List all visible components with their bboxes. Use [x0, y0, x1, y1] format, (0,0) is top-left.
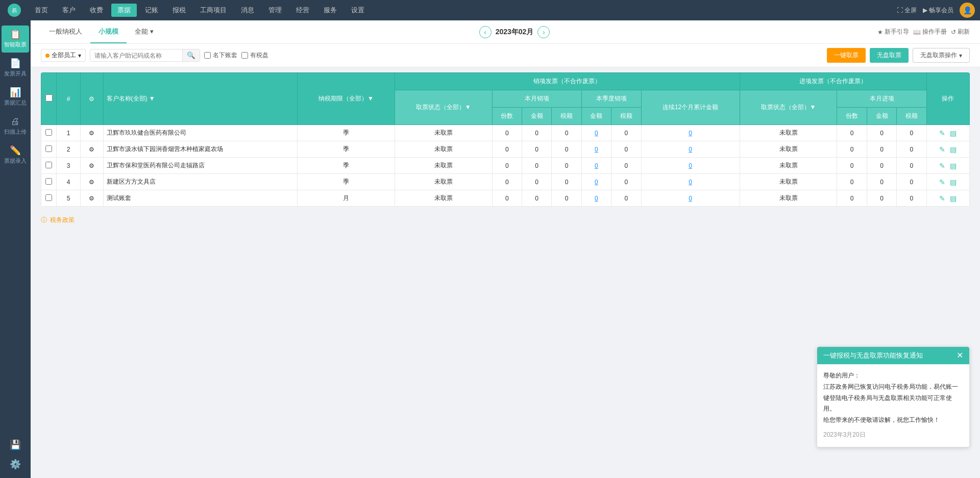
- row-checkbox[interactable]: [45, 162, 52, 168]
- sidebar-icon: ✏️: [10, 146, 21, 155]
- nav-item-首页[interactable]: 首页: [29, 4, 54, 17]
- refresh-btn[interactable]: ↺ 刷新: [951, 28, 970, 36]
- row-purchase-month-amount: 0: [867, 158, 896, 174]
- search-box: 🔍: [90, 49, 200, 62]
- tax-policy-link[interactable]: 税务政策: [50, 216, 75, 224]
- tax-policy-footer[interactable]: ⓘ 税务政策: [31, 212, 980, 229]
- view-icon[interactable]: ▤: [950, 162, 957, 170]
- sidebar-item-发票开具[interactable]: 📄发票开具: [2, 55, 29, 82]
- view-icon[interactable]: ▤: [950, 129, 957, 137]
- nav-item-记账[interactable]: 记账: [139, 4, 164, 17]
- table-row: 1 ⚙ 卫辉市玖玖健合医药有限公司 季 未取票 0 0 0 0 0 0 未取票 …: [41, 125, 970, 141]
- period-next-btn[interactable]: ›: [537, 26, 550, 38]
- row-purchase-month-tax: 0: [897, 141, 926, 158]
- notification-body: 尊敬的用户： 江苏政务网已恢复访问电子税务局功能，易代账一键登陆电子税务局与无盘…: [817, 364, 969, 447]
- guide-btn[interactable]: ★ 新手引导: [877, 28, 909, 36]
- sidebar-bottom-item[interactable]: ⚙️: [2, 456, 29, 473]
- purchase-month-count-header: 份数: [837, 108, 867, 125]
- edit-icon[interactable]: ✎: [939, 129, 945, 137]
- filter-my-accounts[interactable]: 名下账套: [204, 51, 237, 60]
- nav-item-收费[interactable]: 收费: [84, 4, 109, 17]
- period-prev-btn[interactable]: ‹: [479, 26, 492, 38]
- filter-my-accounts-checkbox[interactable]: [204, 52, 211, 59]
- notification-text: 江苏政务网已恢复访问电子税务局功能，易代账一键登陆电子税务局与无盘取票相关功能可…: [823, 382, 963, 415]
- top-nav-right: ⛶ 全屏 ▶ 畅享会员 👤: [897, 3, 975, 18]
- row-checkbox[interactable]: [45, 178, 52, 185]
- row-actions: ✎ ▤: [926, 141, 969, 158]
- sidebar-item-票据汇总[interactable]: 📊票据汇总: [2, 84, 29, 111]
- nav-item-票据[interactable]: 票据: [111, 4, 137, 17]
- user-avatar[interactable]: 👤: [960, 3, 975, 18]
- col-client-header[interactable]: 客户名称(全部) ▼: [103, 73, 297, 125]
- nav-item-工商项目[interactable]: 工商项目: [194, 4, 233, 17]
- manual-btn[interactable]: 📖 操作手册: [913, 28, 947, 36]
- row-checkbox[interactable]: [45, 129, 52, 136]
- row-checkbox-cell: [41, 158, 57, 174]
- row-purchase-month-amount: 0: [867, 141, 896, 158]
- search-button[interactable]: 🔍: [182, 49, 200, 61]
- tab-all[interactable]: 全能 ▾: [127, 21, 162, 43]
- edit-icon[interactable]: ✎: [939, 178, 945, 186]
- sidebar-item-智能取票[interactable]: 📋智能取票: [2, 26, 29, 53]
- nav-item-报税[interactable]: 报税: [166, 4, 192, 17]
- table-row: 4 ⚙ 新建区方方文具店 季 未取票 0 0 0 0 0 0 未取票 0 0 0…: [41, 174, 970, 190]
- col-purchase-status-header[interactable]: 取票状态（全部）▼: [740, 90, 837, 125]
- col-sales-status-header[interactable]: 取票状态（全部）▼: [395, 90, 492, 125]
- row-sales-month-amount: 0: [522, 158, 551, 174]
- row-checkbox[interactable]: [45, 194, 52, 201]
- tab-small-scale[interactable]: 小规模: [90, 21, 127, 43]
- nav-item-客户[interactable]: 客户: [56, 4, 82, 17]
- row-sales-12months: 0: [641, 141, 740, 158]
- sidebar-bottom-item[interactable]: 💾: [2, 436, 29, 454]
- notification-panel: 一键报税与无盘取票功能恢复通知 ✕ 尊敬的用户： 江苏政务网已恢复访问电子税务局…: [817, 346, 970, 447]
- row-sales-month-count: 0: [492, 190, 522, 207]
- row-sales-season-amount: 0: [581, 190, 611, 207]
- row-index: 3: [57, 158, 81, 174]
- fullscreen-btn[interactable]: ⛶ 全屏: [897, 6, 917, 15]
- edit-icon[interactable]: ✎: [939, 162, 945, 170]
- edit-icon[interactable]: ✎: [939, 145, 945, 154]
- filter-has-disk[interactable]: 有税盘: [241, 51, 268, 60]
- row-actions: ✎ ▤: [926, 190, 969, 207]
- row-checkbox[interactable]: [45, 145, 52, 152]
- edit-icon[interactable]: ✎: [939, 194, 945, 203]
- employee-chevron-icon: ▾: [78, 52, 81, 59]
- sidebar-item-扫描上传[interactable]: 🖨扫描上传: [2, 113, 29, 140]
- employee-dot: [45, 54, 50, 58]
- fullscreen-icon: ⛶: [897, 7, 903, 14]
- row-sales-month-count: 0: [492, 141, 522, 158]
- sidebar-icon: 📊: [10, 88, 21, 97]
- view-icon[interactable]: ▤: [950, 178, 957, 186]
- filter-has-disk-checkbox[interactable]: [241, 52, 248, 59]
- select-all-checkbox[interactable]: [45, 94, 53, 102]
- notification-title: 一键报税与无盘取票功能恢复通知: [823, 351, 923, 360]
- row-period: 季: [297, 125, 395, 141]
- no-disk-fetch-btn[interactable]: 无盘取票: [870, 48, 909, 63]
- info-icon: ⓘ: [41, 216, 47, 224]
- search-input[interactable]: [90, 50, 182, 61]
- member-btn[interactable]: ▶ 畅享会员: [923, 6, 953, 15]
- row-sales-status: 未取票: [395, 174, 492, 190]
- col-period-header[interactable]: 纳税期限（全部）▼: [297, 73, 395, 125]
- notification-close-btn[interactable]: ✕: [957, 351, 963, 360]
- one-click-fetch-btn[interactable]: 一键取票: [827, 48, 866, 63]
- nav-item-消息[interactable]: 消息: [235, 4, 260, 17]
- nav-item-设置[interactable]: 设置: [345, 4, 371, 17]
- no-disk-ops-btn[interactable]: 无盘取票操作 ▾: [913, 48, 970, 63]
- nav-item-经营[interactable]: 经营: [290, 4, 315, 17]
- tab-all-chevron-icon: ▾: [150, 28, 154, 35]
- row-purchase-month-amount: 0: [867, 174, 896, 190]
- purchase-month-amount-header: 金额: [867, 108, 896, 125]
- view-icon[interactable]: ▤: [950, 194, 957, 203]
- view-icon[interactable]: ▤: [950, 145, 957, 154]
- nav-item-服务[interactable]: 服务: [317, 4, 343, 17]
- row-sales-season-amount: 0: [581, 125, 611, 141]
- table-row: 2 ⚙ 卫辉市汲水镇下园涧香烟营木种植家庭农场 季 未取票 0 0 0 0 0 …: [41, 141, 970, 158]
- no-disk-ops-chevron-icon: ▾: [959, 52, 962, 59]
- sidebar-item-票据录入[interactable]: ✏️票据录入: [2, 142, 29, 169]
- employee-select[interactable]: 全部员工 ▾: [41, 49, 86, 62]
- nav-item-管理[interactable]: 管理: [262, 4, 288, 17]
- row-sales-season-amount: 0: [581, 158, 611, 174]
- row-purchase-month-count: 0: [837, 158, 867, 174]
- tab-general-taxpayer[interactable]: 一般纳税人: [41, 21, 90, 43]
